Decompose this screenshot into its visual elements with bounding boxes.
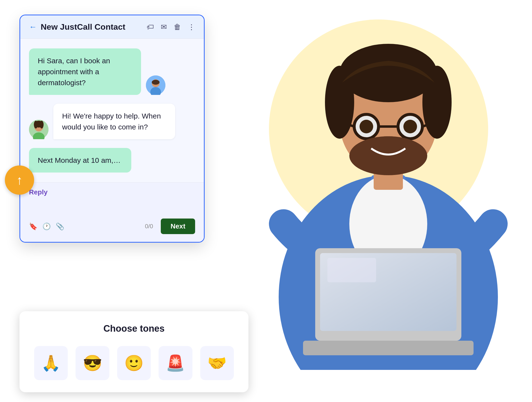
attach-icon[interactable]: 📎 <box>56 222 64 230</box>
reply-label: Reply <box>29 188 195 196</box>
svg-rect-20 <box>303 341 474 355</box>
message-row: Hi Sara, can I book an appointment with … <box>29 48 195 95</box>
upload-button[interactable]: ↑ <box>5 165 34 195</box>
tones-panel: Choose tones 🙏 😎 🙂 🚨 🤝 <box>19 311 248 392</box>
svg-point-29 <box>34 121 38 128</box>
chat-header: ← New JustCall Contact 🏷 ✉ 🗑 ⋮ <box>20 15 204 39</box>
tone-smile[interactable]: 🙂 <box>117 346 151 380</box>
next-button[interactable]: Next <box>161 219 195 234</box>
chat-card: ← New JustCall Contact 🏷 ✉ 🗑 ⋮ Hi Sara, … <box>19 15 205 243</box>
tag-icon[interactable]: 🏷 <box>147 23 154 31</box>
more-icon[interactable]: ⋮ <box>188 23 195 31</box>
person-illustration <box>254 5 522 370</box>
message-row: Next Monday at 10 am, plea... <box>29 148 195 173</box>
avatar-male <box>146 75 165 95</box>
mail-icon[interactable]: ✉ <box>161 23 167 31</box>
clock-icon[interactable]: 🕐 <box>42 222 51 230</box>
svg-point-10 <box>360 120 373 133</box>
header-left: ← New JustCall Contact <box>29 22 125 32</box>
trash-icon[interactable]: 🗑 <box>174 23 181 31</box>
reply-icons: 🔖 🕐 📎 <box>29 222 64 230</box>
chat-body: Hi Sara, can I book an appointment with … <box>20 39 204 182</box>
page-container: ← New JustCall Contact 🏷 ✉ 🗑 ⋮ Hi Sara, … <box>0 0 532 402</box>
tone-handshake[interactable]: 🤝 <box>200 346 234 380</box>
header-actions: 🏷 ✉ 🗑 ⋮ <box>147 23 195 31</box>
svg-point-11 <box>403 120 417 133</box>
message-bubble-partial: Next Monday at 10 am, plea... <box>29 148 131 173</box>
tone-prayer[interactable]: 🙏 <box>34 346 68 380</box>
reply-toolbar: 🔖 🕐 📎 0/0 Next <box>29 215 195 236</box>
svg-point-16 <box>369 136 408 151</box>
tones-row: 🙏 😎 🙂 🚨 🤝 <box>34 346 234 380</box>
message-bubble-incoming: Hi! We're happy to help. When would you … <box>53 104 175 139</box>
svg-point-24 <box>152 80 160 85</box>
back-button[interactable]: ← <box>29 22 37 31</box>
upload-arrow-icon: ↑ <box>16 173 23 187</box>
svg-point-30 <box>40 121 44 128</box>
avatar-female <box>29 120 48 139</box>
tone-cool[interactable]: 😎 <box>76 346 109 380</box>
char-count: 0/0 <box>145 223 153 230</box>
message-bubble-outgoing: Hi Sara, can I book an appointment with … <box>29 48 141 95</box>
reply-area: Reply 🔖 🕐 📎 0/0 Next <box>20 182 204 242</box>
tones-title: Choose tones <box>34 323 234 334</box>
svg-rect-21 <box>327 258 376 282</box>
tone-alert[interactable]: 🚨 <box>159 346 192 380</box>
page-title: New JustCall Contact <box>41 22 125 32</box>
message-row: Hi! We're happy to help. When would you … <box>29 104 195 139</box>
bookmark-icon[interactable]: 🔖 <box>29 222 38 230</box>
